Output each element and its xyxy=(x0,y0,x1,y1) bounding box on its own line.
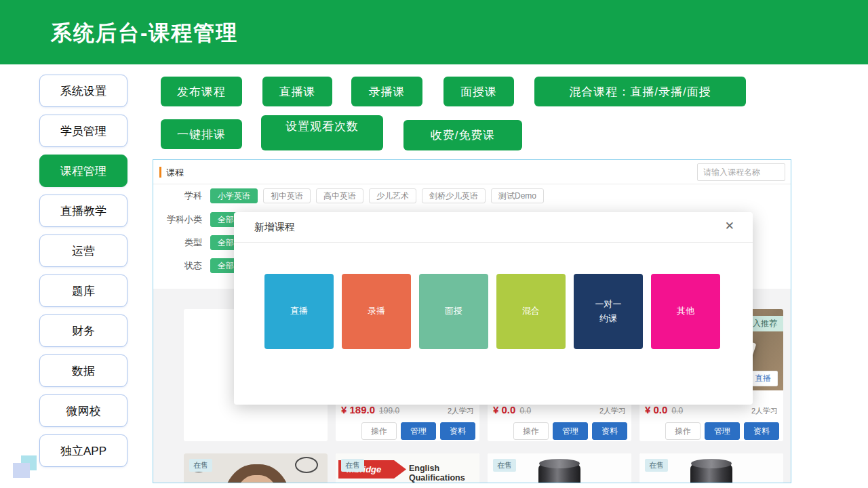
mixed-course-button[interactable]: 混合课程：直播/录播/面授 xyxy=(534,77,746,106)
filter-row-subcategory: 学科小类 全部 xyxy=(153,212,247,227)
sidebar-item-operations[interactable]: 运营 xyxy=(39,235,127,267)
operate-button[interactable]: 操作 xyxy=(665,422,701,440)
modal-title: 新增课程 xyxy=(254,221,295,234)
sidebar-item-system-settings[interactable]: 系统设置 xyxy=(39,75,127,107)
type-card-recorded[interactable]: 录播 xyxy=(342,274,411,349)
course-image: 在售 xyxy=(639,453,783,483)
material-button[interactable]: 资料 xyxy=(592,422,627,440)
filter-chip-primary-english[interactable]: 小学英语 xyxy=(210,188,258,203)
sidebar-item-live-teaching[interactable]: 直播教学 xyxy=(39,195,127,227)
type-card-mixed[interactable]: 混合 xyxy=(496,274,566,349)
type-card-label: 一对一 约课 xyxy=(595,298,622,326)
course-image: mbridge English Qualifications 在售 xyxy=(336,453,479,483)
filter-row-subject: 学科 小学英语 初中英语 高中英语 少儿艺术 剑桥少儿英语 测试Demo xyxy=(153,188,549,203)
course-price: ¥ 189.0 xyxy=(341,404,375,415)
type-card-label: 面授 xyxy=(445,304,462,319)
filter-chip-cambridge-kids[interactable]: 剑桥少儿英语 xyxy=(422,188,486,203)
page: 系统后台-课程管理 系统设置 学员管理 课程管理 直播教学 运营 题库 财务 数… xyxy=(0,0,868,488)
set-view-count-button[interactable]: 设置观看次数 xyxy=(261,115,383,150)
course-card[interactable]: 在售 xyxy=(639,453,783,483)
close-icon[interactable]: ✕ xyxy=(725,219,734,233)
filter-chip-test-demo[interactable]: 测试Demo xyxy=(491,188,544,203)
panel-header: 课程 xyxy=(153,160,791,184)
course-price: ¥ 0.0 xyxy=(645,404,667,415)
course-original-price: 199.0 xyxy=(379,406,399,415)
modal-divider xyxy=(234,242,753,243)
sidebar-item-data[interactable]: 数据 xyxy=(39,354,127,387)
type-card-other[interactable]: 其他 xyxy=(651,274,720,349)
filter-label: 学科小类 xyxy=(153,214,202,226)
filter-label: 学科 xyxy=(153,190,202,202)
search-input[interactable] xyxy=(697,163,785,181)
operate-button[interactable]: 操作 xyxy=(361,422,397,440)
course-original-price: 0.0 xyxy=(519,406,531,415)
learner-count: 2人学习 xyxy=(599,406,626,416)
onsale-badge: 在售 xyxy=(645,459,668,472)
material-button[interactable]: 资料 xyxy=(440,422,475,440)
course-image: 在售 xyxy=(184,453,328,483)
type-card-label: 混合 xyxy=(522,304,540,319)
course-original-price: 0.0 xyxy=(671,406,683,415)
type-card-label: 直播 xyxy=(290,304,308,319)
manage-button[interactable]: 管理 xyxy=(401,422,436,440)
course-card[interactable]: mbridge English Qualifications 在售 xyxy=(336,453,479,483)
course-card[interactable]: 在售 xyxy=(184,453,328,483)
course-image: 在售 xyxy=(488,453,631,483)
onsale-badge: 在售 xyxy=(189,459,212,472)
filter-chip-kids-art[interactable]: 少儿艺术 xyxy=(369,188,416,203)
sidebar-item-micro-school[interactable]: 微网校 xyxy=(39,394,127,427)
filter-chip-senior-english[interactable]: 高中英语 xyxy=(316,188,363,203)
publish-course-button[interactable]: 发布课程 xyxy=(161,77,242,106)
course-card[interactable]: 在售 xyxy=(488,453,631,483)
sidebar-item-finance[interactable]: 财务 xyxy=(39,314,127,347)
panel-title: 课程 xyxy=(166,167,184,179)
offline-course-button[interactable]: 面授课 xyxy=(443,77,514,106)
filter-label: 状态 xyxy=(153,260,202,272)
learner-count: 2人学习 xyxy=(448,406,474,416)
add-course-modal: 新增课程 ✕ 直播 录播 面授 混合 一对一 约课 其他 xyxy=(234,212,753,405)
type-card-live[interactable]: 直播 xyxy=(264,274,334,349)
manage-button[interactable]: 管理 xyxy=(553,422,588,440)
live-course-button[interactable]: 直播课 xyxy=(262,77,332,106)
sidebar-item-question-bank[interactable]: 题库 xyxy=(39,274,127,307)
course-price: ¥ 0.0 xyxy=(493,404,515,415)
filter-row-type: 类型 全部 xyxy=(153,235,247,250)
onsale-badge: 在售 xyxy=(341,459,364,472)
type-card-label: 其他 xyxy=(677,304,694,319)
sidebar: 系统设置 学员管理 课程管理 直播教学 运营 题库 财务 数据 微网校 独立AP… xyxy=(39,75,127,467)
paid-free-course-button[interactable]: 收费/免费课 xyxy=(403,120,522,150)
learner-count: 2人学习 xyxy=(751,406,778,416)
operate-button[interactable]: 操作 xyxy=(513,422,549,440)
material-button[interactable]: 资料 xyxy=(744,422,779,440)
type-card-label: 录播 xyxy=(368,304,385,319)
decor-square-blue xyxy=(13,463,30,478)
cylinder-shape xyxy=(690,463,732,483)
type-card-one-on-one[interactable]: 一对一 约课 xyxy=(574,274,643,349)
page-title: 系统后台-课程管理 xyxy=(51,19,238,47)
filter-label: 类型 xyxy=(153,237,202,249)
app-header: 系统后台-课程管理 xyxy=(0,0,868,64)
filter-row-status: 状态 全部 xyxy=(153,258,247,273)
sidebar-item-course-management[interactable]: 课程管理 xyxy=(39,155,127,187)
sidebar-item-standalone-app[interactable]: 独立APP xyxy=(39,434,127,467)
accent-bar xyxy=(159,167,161,178)
sidebar-item-student-management[interactable]: 学员管理 xyxy=(39,115,127,147)
manage-button[interactable]: 管理 xyxy=(705,422,740,440)
recorded-course-button[interactable]: 录播课 xyxy=(351,77,422,106)
cylinder-shape xyxy=(538,463,580,483)
sketch-bubble xyxy=(295,457,318,473)
filter-chip-junior-english[interactable]: 初中英语 xyxy=(263,188,311,203)
onsale-badge: 在售 xyxy=(493,459,516,472)
one-click-schedule-button[interactable]: 一键排课 xyxy=(161,119,242,149)
cambridge-text: English Qualifications xyxy=(409,464,479,483)
course-type-row: 直播 录播 面授 混合 一对一 约课 其他 xyxy=(264,274,720,349)
type-card-offline[interactable]: 面授 xyxy=(419,274,488,349)
